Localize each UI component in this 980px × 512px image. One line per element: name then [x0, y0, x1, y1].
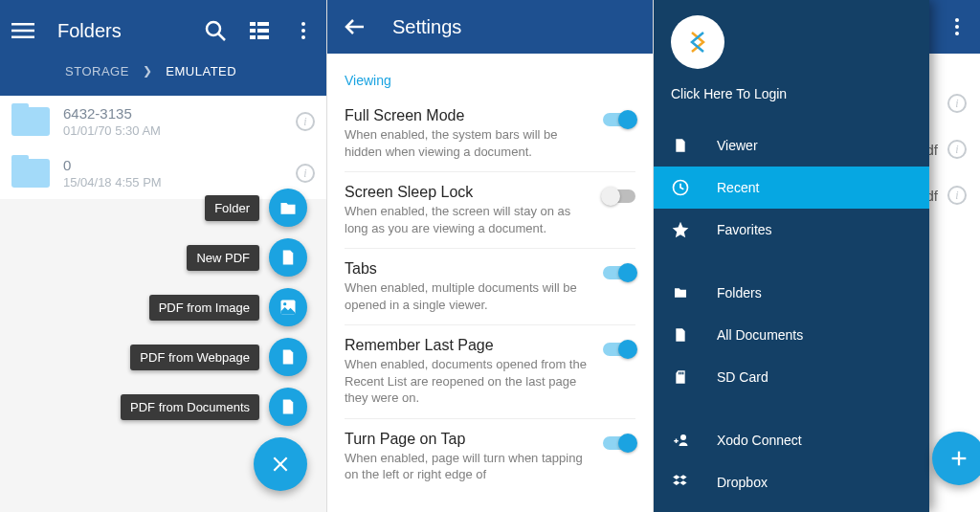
svg-point-13 [301, 35, 305, 39]
folder-icon [671, 283, 690, 302]
svg-point-21 [955, 32, 959, 35]
file-icon [279, 397, 297, 416]
file-icon [671, 136, 690, 155]
info-icon[interactable]: i [947, 140, 967, 159]
svg-rect-0 [11, 23, 34, 26]
svg-line-4 [218, 33, 225, 40]
nav-folders[interactable]: Folders [654, 272, 929, 314]
toggle-switch[interactable] [603, 343, 635, 356]
folder-icon [11, 159, 50, 188]
close-icon [271, 455, 290, 474]
setting-tabs[interactable]: Tabs When enabled, multiple documents wi… [345, 249, 635, 325]
breadcrumb-leaf[interactable]: EMULATED [166, 64, 236, 78]
file-icon [279, 248, 297, 267]
dropbox-icon [671, 473, 690, 492]
svg-rect-25 [682, 372, 683, 375]
folder-date: 01/01/70 5:30 AM [63, 123, 296, 138]
settings-section-label: Viewing [345, 63, 635, 96]
menu-icon[interactable] [11, 19, 34, 42]
folder-item[interactable]: 6432-3135 01/01/70 5:30 AM i [0, 96, 326, 147]
file-icon [671, 325, 690, 345]
svg-point-19 [955, 18, 959, 22]
back-arrow-icon[interactable] [343, 15, 366, 38]
svg-rect-24 [680, 372, 681, 375]
fab-add-button[interactable] [932, 432, 980, 485]
svg-rect-9 [257, 29, 269, 33]
fab-option-pdf-webpage[interactable]: PDF from Webpage [130, 338, 307, 376]
fab-option-new-pdf[interactable]: New PDF [187, 238, 307, 277]
info-icon[interactable]: i [947, 186, 967, 205]
setting-full-screen-mode[interactable]: Full Screen Mode When enabled, the syste… [345, 96, 635, 172]
svg-point-26 [680, 434, 686, 440]
chevron-right-icon: ❯ [143, 64, 153, 78]
fab-option-folder[interactable]: Folder [205, 189, 307, 227]
svg-point-3 [207, 22, 220, 35]
fab-option-pdf-documents[interactable]: PDF from Documents [121, 388, 307, 426]
nav-recent[interactable]: Recent [654, 167, 929, 209]
setting-remember-last-page[interactable]: Remember Last Page When enabled, documen… [345, 325, 635, 419]
folder-name: 0 [63, 157, 296, 173]
clock-icon [671, 178, 690, 197]
fab-close-button[interactable] [254, 437, 307, 491]
svg-rect-8 [257, 22, 269, 26]
svg-point-15 [283, 302, 286, 305]
page-title: Settings [392, 16, 461, 38]
nav-xodo-connect[interactable]: Xodo Connect [654, 419, 929, 461]
login-link[interactable]: Click Here To Login [671, 86, 912, 101]
sd-card-icon [671, 367, 690, 387]
search-icon[interactable] [204, 19, 227, 42]
svg-point-11 [301, 22, 305, 26]
image-icon [278, 298, 298, 317]
setting-screen-sleep-lock[interactable]: Screen Sleep Lock When enabled, the scre… [345, 172, 635, 249]
view-list-icon[interactable] [248, 19, 271, 42]
app-logo [671, 15, 724, 69]
person-add-icon [671, 431, 690, 450]
file-icon [279, 347, 297, 367]
info-icon[interactable]: i [296, 164, 315, 183]
toggle-switch[interactable] [603, 266, 635, 279]
plus-icon [948, 448, 969, 469]
folder-date: 15/04/18 4:55 PM [63, 175, 296, 189]
nav-viewer[interactable]: Viewer [654, 124, 929, 167]
info-icon[interactable]: i [947, 94, 967, 113]
fab-option-pdf-image[interactable]: PDF from Image [149, 288, 307, 326]
more-vert-icon[interactable] [292, 19, 315, 42]
navigation-drawer: Click Here To Login Viewer Recent Favori… [654, 0, 929, 512]
folder-name: 6432-3135 [63, 105, 296, 122]
svg-rect-1 [11, 30, 34, 33]
setting-turn-page-on-tap[interactable]: Turn Page on Tap When enabled, page will… [345, 419, 635, 495]
star-icon [671, 220, 690, 239]
info-icon[interactable]: i [296, 112, 315, 131]
breadcrumb[interactable]: STORAGE ❯ EMULATED [11, 52, 315, 90]
folder-icon [11, 107, 50, 136]
svg-rect-10 [257, 35, 269, 39]
toggle-switch[interactable] [603, 113, 635, 126]
page-title: Folders [57, 20, 204, 42]
svg-point-20 [955, 25, 959, 29]
nav-favorites[interactable]: Favorites [654, 209, 929, 251]
nav-sd-card[interactable]: SD Card [654, 356, 929, 398]
svg-rect-2 [11, 36, 34, 39]
svg-rect-6 [250, 29, 256, 33]
toggle-switch[interactable] [603, 436, 635, 450]
svg-rect-5 [250, 22, 256, 26]
svg-point-12 [301, 29, 305, 33]
toggle-switch[interactable] [603, 189, 635, 203]
folder-icon [278, 198, 298, 217]
nav-dropbox[interactable]: Dropbox [654, 461, 929, 503]
nav-all-documents[interactable]: All Documents [654, 314, 929, 356]
breadcrumb-root[interactable]: STORAGE [65, 64, 129, 78]
svg-rect-7 [250, 35, 256, 39]
svg-rect-23 [679, 372, 679, 375]
more-vert-icon[interactable] [946, 15, 969, 38]
